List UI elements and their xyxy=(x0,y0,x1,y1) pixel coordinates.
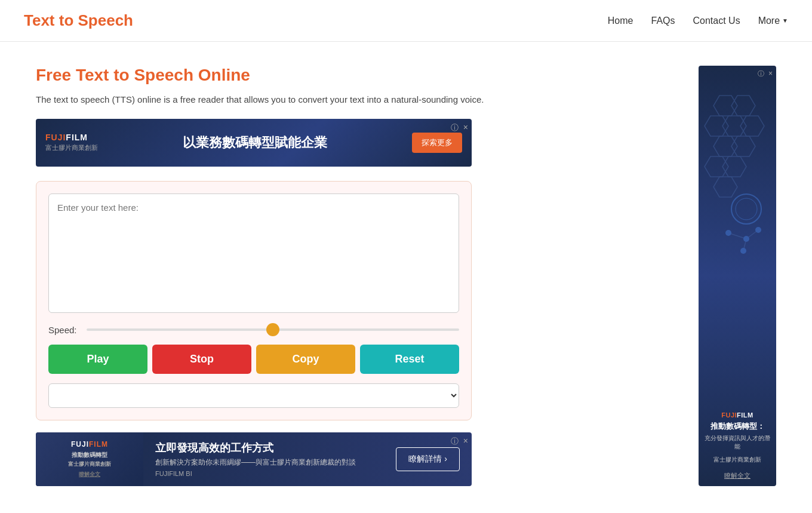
ad-bottom-sub: 創新解決方案助你未雨綢繆——與富士膠片商業創新總裁的對談 xyxy=(155,457,384,468)
svg-marker-3 xyxy=(722,116,746,136)
ad-top-close-button[interactable]: × xyxy=(463,122,468,132)
sidebar-ad-logo: FUJIFILM xyxy=(721,411,753,419)
speed-row: Speed: xyxy=(48,325,459,335)
ad-bottom-img-source: 富士膠片商業創新 xyxy=(68,460,111,468)
svg-marker-8 xyxy=(722,156,746,177)
sidebar-ad-info-button[interactable]: ⓘ xyxy=(758,69,764,78)
sidebar-ad-sub: 充分發揮資訊與人才的潛能 xyxy=(705,434,770,451)
svg-point-18 xyxy=(743,236,749,242)
language-select[interactable]: English (US) English (UK) Chinese (Simpl… xyxy=(48,383,459,408)
main-content: Free Text to Speech Online The text to s… xyxy=(36,66,681,486)
svg-marker-6 xyxy=(731,136,755,156)
ad-bottom-source: FUJIFILM BI xyxy=(155,470,384,477)
ad-banner-bottom: FUJIFILM 推動數碼轉型 富士膠片商業創新 瞭解全文 立即發現高效的工作方… xyxy=(36,432,472,486)
svg-marker-5 xyxy=(713,136,737,156)
buttons-row: Play Stop Copy Reset xyxy=(48,345,459,374)
page-title: Free Text to Speech Online xyxy=(36,66,681,85)
play-button[interactable]: Play xyxy=(48,345,147,374)
sidebar-ad-source: 富士膠片商業創新 xyxy=(713,456,761,464)
svg-marker-9 xyxy=(713,177,737,197)
sidebar-ad-close-button[interactable]: × xyxy=(768,69,773,78)
svg-marker-4 xyxy=(740,116,764,136)
speed-label: Speed: xyxy=(48,325,77,335)
svg-point-15 xyxy=(725,230,731,236)
copy-button[interactable]: Copy xyxy=(256,345,355,374)
sidebar-ad: FUJIFILM 推動數碼轉型： 充分發揮資訊與人才的潛能 富士膠片商業創新 瞭… xyxy=(699,66,776,486)
tts-box: Speed: Play Stop Copy Reset English (US)… xyxy=(36,181,472,420)
ad-bottom-close-button[interactable]: × xyxy=(463,436,468,446)
sidebar-ad-cta-button[interactable]: 瞭解全文 xyxy=(724,471,751,480)
ad-top-left: FUJIFILM 富士膠片商業創新 xyxy=(45,133,98,152)
stop-button[interactable]: Stop xyxy=(152,345,251,374)
svg-marker-1 xyxy=(731,96,755,116)
svg-point-11 xyxy=(736,198,757,220)
svg-marker-0 xyxy=(713,96,737,116)
ad-banner-top: FUJIFILM 富士膠片商業創新 以業務數碼轉型賦能企業 探索更多 ⓘ × xyxy=(36,119,472,167)
ad-bottom-info-button[interactable]: ⓘ xyxy=(451,436,459,447)
svg-marker-7 xyxy=(705,156,728,177)
page-wrapper: Free Text to Speech Online The text to s… xyxy=(18,42,794,510)
nav-contact[interactable]: Contact Us xyxy=(693,16,740,26)
ad-top-info-button[interactable]: ⓘ xyxy=(451,122,459,133)
ad-bottom-img-logo: FUJIFILM xyxy=(68,440,111,449)
svg-point-16 xyxy=(755,227,761,233)
ad-top-logo: FUJIFILM xyxy=(45,133,98,142)
speed-slider[interactable] xyxy=(87,328,459,331)
reset-button[interactable]: Reset xyxy=(360,345,459,374)
ad-bottom-cta-button[interactable]: 瞭解詳情 › xyxy=(396,447,460,471)
site-logo[interactable]: Text to Speech xyxy=(24,11,133,30)
svg-point-17 xyxy=(740,248,746,254)
sidebar-ad-decoration xyxy=(699,84,776,263)
ad-bottom-img-text: 推動數碼轉型 xyxy=(68,451,111,459)
sidebar-ad-headline: 推動數碼轉型： xyxy=(710,421,765,432)
navbar: Text to Speech Home FAQs Contact Us More xyxy=(0,0,812,42)
ad-bottom-image: FUJIFILM 推動數碼轉型 富士膠片商業創新 瞭解全文 xyxy=(36,432,143,486)
ad-bottom-text: 立即發現高效的工作方式 創新解決方案助你未雨綢繆——與富士膠片商業創新總裁的對談… xyxy=(143,435,396,483)
nav-home[interactable]: Home xyxy=(608,16,633,26)
ad-bottom-img-readmore[interactable]: 瞭解全文 xyxy=(68,471,111,478)
svg-marker-2 xyxy=(705,116,728,136)
ad-top-cta[interactable]: 探索更多 xyxy=(412,133,462,153)
page-description: The text to speech (TTS) online is a fre… xyxy=(36,93,681,107)
text-input[interactable] xyxy=(48,193,459,313)
nav-faqs[interactable]: FAQs xyxy=(651,16,675,26)
nav-more-button[interactable]: More xyxy=(758,16,788,26)
ad-bottom-headline: 立即發現高效的工作方式 xyxy=(155,441,384,455)
ad-top-headline: 以業務數碼轉型賦能企業 xyxy=(98,134,412,152)
ad-top-subtext: 富士膠片商業創新 xyxy=(45,143,98,152)
